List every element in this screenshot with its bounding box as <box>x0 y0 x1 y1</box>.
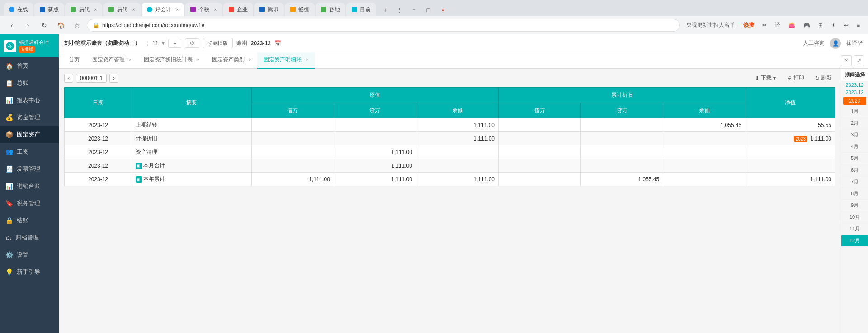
cell-summary: 计提折旧 <box>132 132 251 145</box>
cell-acc-balance <box>663 145 745 159</box>
tab-mumu[interactable]: 目前 <box>346 3 376 16</box>
close-asset-category-tab[interactable]: × <box>248 57 251 63</box>
sun-icon[interactable]: ☀ <box>828 21 839 29</box>
sidebar-item-reports[interactable]: 📊 报表中心 <box>0 92 59 109</box>
sidebar-item-guide[interactable]: 💡 新手引导 <box>0 263 59 281</box>
tab-home[interactable]: 首页 <box>62 52 86 69</box>
cell-date: 2023-12 <box>65 159 132 173</box>
hot-label[interactable]: 热搜 <box>741 20 757 30</box>
calendar-icon[interactable]: 📅 <box>274 40 281 47</box>
th-acc-balance: 余额 <box>663 103 745 118</box>
sidebar-item-payroll[interactable]: 👥 工资 <box>0 143 59 160</box>
period-month-5[interactable]: 5月 <box>841 153 868 164</box>
maximize-button[interactable]: □ <box>422 4 435 16</box>
tab-gedi[interactable]: 各地 <box>316 3 345 16</box>
settings-header-button[interactable]: ⚙ <box>185 38 199 48</box>
closing-icon: 🔒 <box>5 217 13 224</box>
tab-yidai2[interactable]: 易代 × <box>103 3 140 16</box>
tab-fixed-mgmt[interactable]: 固定资产管理 × <box>86 52 137 69</box>
wallet-icon[interactable]: 👛 <box>786 21 798 29</box>
ledger-main: ‹ 000001 1 › ⬇ 下载 ▾ <box>59 69 841 333</box>
close-window-button[interactable]: × <box>437 4 449 16</box>
add-account-button[interactable]: + <box>168 39 181 48</box>
menu-icon[interactable]: ≡ <box>854 21 863 29</box>
refresh-button[interactable]: ↻ 刷新 <box>811 72 835 84</box>
grid-icon[interactable]: ⊞ <box>816 21 826 29</box>
maximize-tab-button[interactable]: ⤢ <box>854 55 864 66</box>
logo-text: 畅捷通好会计 <box>19 39 49 45</box>
table-row: 2023-12 计提折旧 1,111.00 2023 1,111.00 <box>65 132 835 145</box>
period-month-7[interactable]: 7月 <box>841 176 868 188</box>
close-tab-button[interactable]: × <box>841 55 852 66</box>
th-summary: 摘要 <box>132 88 251 118</box>
sidebar-item-settings[interactable]: ⚙️ 设置 <box>0 246 59 263</box>
period-month-11[interactable]: 11月 <box>841 223 868 235</box>
print-button[interactable]: 🖨 打印 <box>783 72 808 84</box>
sidebar-item-ledger[interactable]: 📋 总账 <box>0 75 59 92</box>
period-month-12[interactable]: 12月 <box>841 235 868 247</box>
tab-geshui[interactable]: 个税 × <box>185 3 222 16</box>
switch-version-button[interactable]: 切到旧版 <box>203 38 233 48</box>
sidebar-label-settings: 设置 <box>17 251 28 259</box>
sidebar-item-fixed-assets[interactable]: 📦 固定资产 <box>0 126 59 143</box>
download-button[interactable]: ⬇ 下载 ▾ <box>751 72 779 84</box>
period-month-3[interactable]: 3月 <box>841 129 868 141</box>
period-month-6[interactable]: 6月 <box>841 164 868 176</box>
home-button[interactable]: 🏠 <box>54 19 67 32</box>
tab-haokuaiji[interactable]: 好会计 × <box>142 3 184 16</box>
period-year-button[interactable]: 2023 <box>843 97 866 105</box>
cell-date: 2023-12 <box>65 145 132 159</box>
user-name[interactable]: 徐译华 <box>846 39 863 47</box>
tab-asset-category[interactable]: 固定资产类别 × <box>206 52 257 69</box>
next-page-button[interactable]: › <box>109 74 118 83</box>
forward-button[interactable]: › <box>22 19 34 32</box>
cell-acc-debit <box>499 159 581 173</box>
tab-yidai1[interactable]: 易代 × <box>65 3 102 16</box>
bookmark-button[interactable]: ☆ <box>71 19 83 32</box>
dropdown-icon[interactable]: ▾ <box>162 40 165 47</box>
game-icon[interactable]: 🎮 <box>801 21 813 29</box>
tab-online[interactable]: 在线 <box>4 3 33 16</box>
undo-icon[interactable]: ↩ <box>841 21 851 29</box>
sidebar-label-inventory: 进销台账 <box>17 182 40 190</box>
search-hint[interactable]: 央视更新主持人名单 <box>684 20 738 30</box>
cell-orig-credit <box>334 132 416 145</box>
tab-new[interactable]: 新版 <box>34 3 64 16</box>
translate-icon[interactable]: 译 <box>772 20 783 30</box>
tab-changjie[interactable]: 畅捷 <box>285 3 315 16</box>
period-month-9[interactable]: 9月 <box>841 200 868 211</box>
sidebar-item-funds[interactable]: 💰 资金管理 <box>0 109 59 126</box>
close-asset-detail-tab[interactable]: × <box>305 57 308 63</box>
period-month-1[interactable]: 1月 <box>841 106 868 117</box>
close-fixed-mgmt-tab[interactable]: × <box>128 57 131 63</box>
reload-button[interactable]: ↻ <box>38 19 51 32</box>
sidebar-item-home[interactable]: 🏠 首页 <box>0 57 59 75</box>
sidebar-item-closing[interactable]: 🔒 结账 <box>0 212 59 229</box>
period-month-2[interactable]: 2月 <box>841 117 868 129</box>
tab-tencent[interactable]: 腾讯 <box>254 3 284 16</box>
service-label[interactable]: 人工咨询 <box>803 39 825 47</box>
tab-asset-detail[interactable]: 固定资产明细账 × <box>257 52 314 69</box>
scissors-icon[interactable]: ✂ <box>760 21 769 29</box>
reports-icon: 📊 <box>5 97 13 104</box>
tab-enterprise[interactable]: 企业 <box>223 3 253 16</box>
tab-depreciation-stat[interactable]: 固定资产折旧统计表 × <box>137 52 205 69</box>
minimize-button[interactable]: － <box>408 4 420 16</box>
user-avatar[interactable]: 👤 <box>830 38 841 49</box>
period-month-10[interactable]: 10月 <box>841 211 868 223</box>
invoice-icon: 🧾 <box>5 165 13 173</box>
sidebar-item-archive[interactable]: 🗂 归档管理 <box>0 229 59 246</box>
new-tab-button[interactable]: + <box>379 4 392 16</box>
browser-right-tools: 央视更新主持人名单 热搜 ✂ 译 👛 🎮 ⊞ ☀ ↩ ≡ <box>684 20 863 30</box>
sidebar-item-invoice[interactable]: 🧾 发票管理 <box>0 160 59 178</box>
address-bar[interactable]: 🔒 https://cloud.chanjet.com/accounting/u… <box>87 19 680 32</box>
prev-page-button[interactable]: ‹ <box>64 74 73 83</box>
sidebar-item-tax[interactable]: 🔖 税务管理 <box>0 195 59 212</box>
sidebar-item-inventory[interactable]: 📊 进销台账 <box>0 178 59 195</box>
tab-menu-button[interactable]: ⋮ <box>393 4 406 16</box>
period-month-8[interactable]: 8月 <box>841 188 868 200</box>
period-month-4[interactable]: 4月 <box>841 141 868 153</box>
sidebar-label-archive: 归档管理 <box>15 234 39 242</box>
close-depreciation-stat-tab[interactable]: × <box>196 57 199 63</box>
back-button[interactable]: ‹ <box>5 19 18 32</box>
